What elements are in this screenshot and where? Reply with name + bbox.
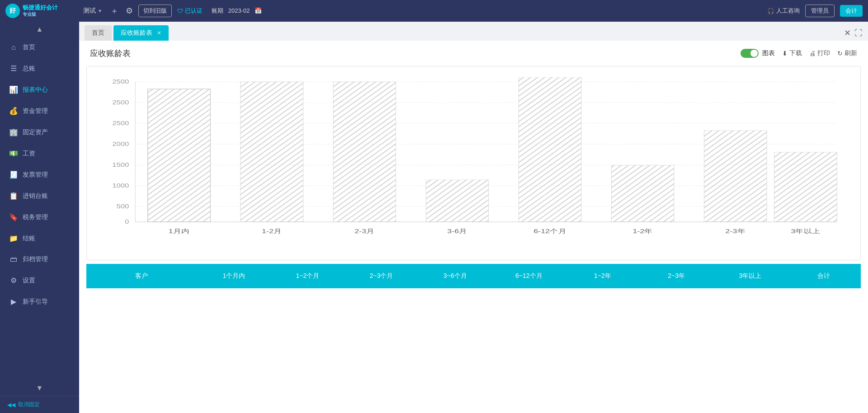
bar-2-3yue	[333, 82, 396, 222]
th-1-2year: 1~2年	[566, 264, 639, 288]
content-area: 首页 应收账龄表 ✕ ✕ ⛶ 应收账龄表 图表	[79, 22, 868, 413]
sidebar-label-sales: 进销台账	[23, 192, 48, 200]
add-button[interactable]: ＋	[108, 4, 120, 18]
bar-1-2nian	[611, 165, 674, 222]
bar-chart-svg: 2500 2500 2500 2000 1500 1000 500 0	[98, 77, 849, 249]
bar-1-2yue	[241, 82, 303, 222]
tax-icon: 🔖	[9, 213, 18, 221]
period-display: 账期 2023-02 📅	[212, 7, 262, 15]
sidebar-scroll-up[interactable]: ▲	[0, 22, 79, 37]
refresh-icon: ↻	[837, 50, 843, 57]
sidebar-scroll-down[interactable]: ▼	[0, 380, 79, 396]
th-2-3year: 2~3年	[640, 264, 713, 288]
tab-aging-label: 应收账龄表	[121, 29, 152, 36]
logo: 好 畅捷通好会计 专业版	[5, 4, 78, 18]
close-icon[interactable]: ✕	[844, 28, 851, 38]
refresh-button[interactable]: ↻ 刷新	[837, 49, 857, 57]
period-value: 2023-02	[228, 7, 250, 14]
role-button[interactable]: 会计	[840, 5, 863, 17]
sidebar-item-home[interactable]: ⌂ 首页	[0, 37, 79, 58]
sidebar-item-ledger[interactable]: ☰ 总账	[0, 58, 79, 79]
sidebar-label-closing: 结账	[23, 235, 35, 243]
svg-text:500: 500	[117, 203, 129, 209]
tab-aging[interactable]: 应收账龄表 ✕	[113, 25, 169, 41]
print-button[interactable]: 🖨 打印	[809, 49, 830, 57]
svg-text:1-2年: 1-2年	[632, 228, 652, 234]
th-total: 合计	[787, 264, 861, 288]
sidebar-label-settings: 设置	[23, 277, 35, 285]
support-button[interactable]: 🎧 人工咨询	[767, 7, 800, 15]
svg-text:2500: 2500	[112, 120, 129, 126]
svg-text:1月内: 1月内	[169, 228, 190, 234]
th-1-2month: 1~2个月	[271, 264, 344, 288]
tab-home[interactable]: 首页	[85, 25, 112, 41]
pin-button[interactable]: ◀◀ 取消固定	[0, 396, 79, 413]
sidebar-item-assets[interactable]: 🏢 固定资产	[0, 122, 79, 143]
settings-icon[interactable]: ⚙	[124, 4, 135, 18]
sales-icon: 📋	[9, 192, 18, 200]
sidebar-item-archive[interactable]: 🗃 归档管理	[0, 249, 79, 270]
table-header: 客户 1个月内 1~2个月 2~3个月 3~6个月 6~12个月 1~2年 2~…	[86, 264, 861, 288]
certified-badge: 🛡 已认证	[177, 7, 203, 15]
svg-text:2-3月: 2-3月	[354, 228, 374, 234]
sidebar-label-funds: 资金管理	[23, 107, 48, 115]
print-icon: 🖨	[809, 50, 816, 57]
svg-text:0: 0	[125, 219, 129, 225]
sidebar-item-reports[interactable]: 📊 报表中心	[0, 79, 79, 100]
settings-icon2: ⚙	[9, 276, 18, 285]
guide-icon: ▶	[9, 297, 18, 306]
sidebar-label-assets: 固定资产	[23, 128, 48, 136]
sidebar-label-archive: 归档管理	[23, 255, 48, 263]
sidebar-item-tax[interactable]: 🔖 税务管理	[0, 206, 79, 228]
assets-icon: 🏢	[9, 128, 18, 136]
download-button[interactable]: ⬇ 下载	[782, 49, 802, 57]
page-header: 应收账龄表 图表 ⬇ 下载 🖨 打印 ↻	[79, 41, 868, 66]
sidebar-item-closing[interactable]: 📁 结账	[0, 228, 79, 249]
tab-home-label: 首页	[92, 29, 104, 36]
sidebar-item-sales[interactable]: 📋 进销台账	[0, 185, 79, 206]
svg-text:3-6月: 3-6月	[447, 228, 467, 234]
tab-close-icon[interactable]: ✕	[157, 30, 161, 36]
sidebar-label-tax: 税务管理	[23, 213, 48, 221]
calendar-icon[interactable]: 📅	[255, 7, 262, 14]
th-3year-plus: 3年以上	[713, 264, 787, 288]
th-2-3month: 2~3个月	[344, 264, 418, 288]
svg-text:2500: 2500	[112, 99, 129, 105]
page-title: 应收账龄表	[90, 48, 131, 59]
support-label: 人工咨询	[776, 7, 800, 15]
closing-icon: 📁	[9, 234, 18, 243]
svg-text:2-3年: 2-3年	[726, 228, 745, 234]
sidebar-item-wages[interactable]: 💵 工资	[0, 143, 79, 164]
logo-text: 畅捷通好会计	[23, 4, 58, 11]
table-area: 客户 1个月内 1~2个月 2~3个月 3~6个月 6~12个月 1~2年 2~…	[86, 264, 861, 288]
bar-1yue	[148, 89, 211, 222]
print-label: 打印	[817, 49, 830, 57]
chart-toggle[interactable]	[741, 49, 759, 58]
sidebar-label-guide: 新手引导	[23, 298, 48, 306]
topbar: 好 畅捷通好会计 专业版 测试 ▾ ＋ ⚙ 切到旧版 🛡 已认证 账期 2023…	[0, 0, 868, 22]
switch-old-btn[interactable]: 切到旧版	[138, 5, 172, 17]
company-name: 测试	[83, 7, 96, 15]
refresh-label: 刷新	[844, 49, 857, 57]
sidebar-item-settings[interactable]: ⚙ 设置	[0, 270, 79, 291]
home-icon: ⌂	[9, 43, 18, 52]
download-icon: ⬇	[782, 50, 788, 57]
sidebar-item-guide[interactable]: ▶ 新手引导	[0, 291, 79, 312]
certified-label: 已认证	[185, 7, 203, 15]
period-label: 账期	[212, 7, 223, 14]
svg-text:1-2月: 1-2月	[262, 228, 282, 234]
expand-icon[interactable]: ⛶	[854, 28, 863, 38]
pin-icon: ◀◀	[7, 402, 15, 408]
th-6-12month: 6~12个月	[492, 264, 566, 288]
sidebar-label-wages: 工资	[23, 150, 35, 158]
sidebar-label-home: 首页	[23, 43, 35, 52]
header-actions: 图表 ⬇ 下载 🖨 打印 ↻ 刷新	[741, 49, 857, 58]
headset-icon: 🎧	[767, 8, 774, 14]
sidebar-item-funds[interactable]: 💰 资金管理	[0, 100, 79, 122]
sidebar-item-invoice[interactable]: 🧾 发票管理	[0, 164, 79, 185]
funds-icon: 💰	[9, 107, 18, 115]
user-button[interactable]: 管理员	[805, 5, 835, 17]
sidebar-label-invoice: 发票管理	[23, 171, 48, 179]
chart-toggle-label: 图表	[762, 49, 775, 57]
company-selector[interactable]: 测试 ▾	[83, 7, 101, 15]
